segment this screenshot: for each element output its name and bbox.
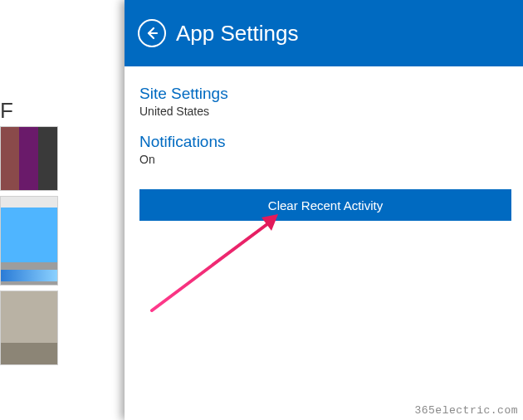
- panel-body: Site Settings United States Notification…: [125, 66, 523, 221]
- site-settings-value: United States: [139, 105, 508, 118]
- list-item: [0, 291, 58, 365]
- page-title: App Settings: [176, 21, 298, 46]
- background-page: F: [0, 0, 125, 420]
- list-item: [0, 196, 58, 286]
- back-button[interactable]: [138, 19, 166, 47]
- clear-recent-activity-button[interactable]: Clear Recent Activity: [139, 189, 511, 221]
- watermark: 365electric.com: [414, 404, 518, 417]
- panel-header: App Settings: [125, 0, 523, 66]
- site-settings-heading[interactable]: Site Settings: [139, 85, 508, 103]
- settings-panel: App Settings Site Settings United States…: [125, 0, 523, 420]
- section-letter: F: [0, 98, 13, 124]
- notifications-heading[interactable]: Notifications: [139, 133, 508, 151]
- back-arrow-icon: [144, 26, 159, 41]
- list-item: [0, 126, 58, 191]
- notifications-value: On: [139, 153, 508, 166]
